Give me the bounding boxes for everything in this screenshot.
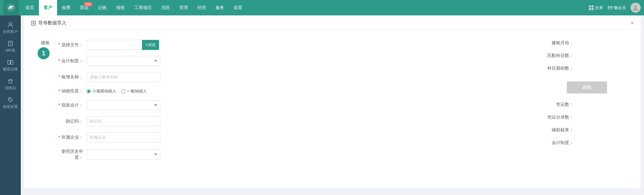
sidebar: 全部客户 0申报 账套迁移 回收站 标签设置: [0, 15, 21, 195]
tax-type-row: 纳税性质： 小规模纳税人 一般纳税人: [56, 88, 533, 94]
svg-point-8: [9, 22, 12, 25]
file-label: 选择文件：: [56, 42, 87, 48]
memo-input[interactable]: [87, 116, 160, 126]
app-logo[interactable]: [3, 0, 19, 15]
radio-general-taxpayer[interactable]: 一般纳税人: [121, 88, 147, 94]
dialog-header: 导爷数据导入 ×: [24, 15, 641, 30]
top-nav: 首页 客户 收费 票据 new 记账 报税 工商项目 消息 管理 经营 服务 设…: [0, 0, 644, 15]
svg-rect-9: [8, 41, 12, 46]
main-content: 导爷数据导入 × 建账 1 选择文件： +浏览: [21, 15, 644, 195]
voucher-entries-label: 凭证分录数：: [547, 114, 577, 120]
step-circle: 1: [38, 47, 50, 59]
tax-type-radio-group: 小规模纳税人 一般纳税人: [87, 88, 147, 94]
sidebar-label-declaration: 0申报: [6, 48, 15, 53]
accounting-system-label: 会计制度：: [56, 58, 87, 64]
nav-business[interactable]: 工商项目: [130, 0, 156, 15]
sidebar-label-account-migration: 账套迁移: [3, 67, 18, 72]
accountant-select[interactable]: [87, 100, 160, 110]
nav-manage[interactable]: 管理: [175, 0, 193, 15]
svg-rect-3: [592, 6, 593, 7]
svg-rect-10: [8, 60, 10, 64]
browse-button[interactable]: +浏览: [142, 40, 159, 50]
history-year-label: 参照历史年度：: [56, 148, 87, 160]
nav-service[interactable]: 服务: [211, 0, 229, 15]
company-input[interactable]: [87, 132, 160, 142]
close-button[interactable]: ×: [630, 20, 634, 26]
svg-rect-2: [589, 6, 591, 7]
page-area: 导爷数据导入 × 建账 1 选择文件： +浏览: [24, 15, 641, 188]
import-icon: [31, 20, 36, 26]
nav-message[interactable]: 消息: [156, 0, 175, 15]
svg-rect-5: [592, 8, 593, 10]
dialog-title-text: 导爷数据导入: [38, 20, 66, 26]
memo-label: 助记码：: [56, 118, 87, 124]
svg-point-1: [10, 7, 12, 9]
match-subjects-label: 匹配科目数：: [547, 53, 577, 59]
subjects-initial-label: 科目期初数：: [547, 65, 577, 71]
file-input[interactable]: [87, 40, 142, 50]
sidebar-item-account-migration[interactable]: 账套迁移: [0, 56, 21, 74]
tax-type-label: 纳税性质：: [56, 88, 87, 94]
accountant-row: 指派会计：: [56, 100, 533, 110]
ledger-name-input[interactable]: [87, 72, 160, 82]
memo-row: 助记码：: [56, 116, 533, 126]
file-row: 选择文件： +浏览: [56, 40, 533, 50]
aux-accounting-label: 辅助核算：: [547, 127, 577, 133]
company-row: 所属企业：: [56, 132, 533, 142]
subjects-initial-row: 科目期初数：: [547, 65, 627, 71]
sidebar-label-recycle: 回收站: [5, 85, 16, 90]
svg-point-7: [634, 5, 637, 8]
nav-operation[interactable]: 经营: [193, 0, 211, 15]
form-right: 建账月份： 匹配科目数： 科目期初数： 建账 凭证数：: [533, 40, 627, 167]
voucher-label: 凭证数：: [547, 102, 577, 108]
sidebar-item-declaration[interactable]: 0申报: [0, 38, 21, 56]
step-indicator: 建账 1: [38, 40, 56, 167]
ledger-name-label: 账簿名称：: [56, 74, 87, 80]
accounting-system-select[interactable]: [87, 56, 160, 66]
avatar[interactable]: [631, 3, 641, 13]
member-label: 畅会员: [614, 5, 626, 11]
form-left: 选择文件： +浏览 会计制度： 账簿名称：: [56, 40, 533, 167]
aux-accounting-row: 辅助核算：: [547, 127, 627, 133]
nav-right: 全屏 畅会员: [589, 3, 641, 13]
nav-home[interactable]: 首页: [21, 0, 39, 15]
member-btn[interactable]: 畅会员: [608, 5, 626, 11]
fullscreen-label: 全屏: [595, 5, 603, 11]
history-year-select[interactable]: [87, 149, 160, 159]
build-month-row: 建账月份：: [547, 40, 627, 46]
sidebar-label-all-customers: 全部客户: [3, 29, 18, 34]
match-subjects-row: 匹配科目数：: [547, 53, 627, 59]
form-area: 建账 1 选择文件： +浏览 会计制度：: [24, 30, 641, 177]
nav-account[interactable]: 记账: [93, 0, 111, 15]
nav-tax[interactable]: 报税: [111, 0, 130, 15]
dialog-title: 导爷数据导入: [31, 20, 66, 26]
sidebar-label-tag-settings: 标签设置: [3, 104, 18, 109]
voucher-row: 凭证数：: [547, 102, 627, 108]
nav-customer[interactable]: 客户: [39, 0, 57, 15]
accounting-system-row: 会计制度：: [56, 56, 533, 66]
sidebar-item-recycle[interactable]: 回收站: [0, 75, 21, 93]
file-input-group: +浏览: [87, 40, 159, 50]
accountant-label: 指派会计：: [56, 102, 87, 108]
right-accounting-system-row: 会计制度：: [547, 140, 627, 146]
nav-items: 首页 客户 收费 票据 new 记账 报税 工商项目 消息 管理 经营 服务 设…: [21, 0, 589, 15]
step-label: 建账: [41, 40, 50, 46]
nav-settings[interactable]: 设置: [229, 0, 247, 15]
fullscreen-btn[interactable]: 全屏: [589, 5, 603, 11]
company-label: 所属企业：: [56, 134, 87, 140]
ledger-name-row: 账簿名称：: [56, 72, 533, 82]
sidebar-item-tag-settings[interactable]: 标签设置: [0, 94, 21, 112]
sidebar-item-all-customers[interactable]: 全部客户: [0, 19, 21, 37]
history-year-row: 参照历史年度：: [56, 148, 533, 160]
voucher-entries-row: 凭证分录数：: [547, 114, 627, 120]
build-account-button[interactable]: 建账: [567, 81, 607, 93]
build-month-label: 建账月份：: [547, 40, 577, 46]
new-badge: new: [84, 2, 92, 6]
svg-rect-4: [589, 8, 591, 10]
right-accounting-system-label: 会计制度：: [547, 140, 577, 146]
svg-rect-6: [608, 6, 612, 9]
svg-point-12: [9, 99, 10, 100]
nav-invoice[interactable]: 票据 new: [75, 0, 93, 15]
radio-small-taxpayer[interactable]: 小规模纳税人: [87, 88, 116, 94]
nav-fee[interactable]: 收费: [57, 0, 75, 15]
